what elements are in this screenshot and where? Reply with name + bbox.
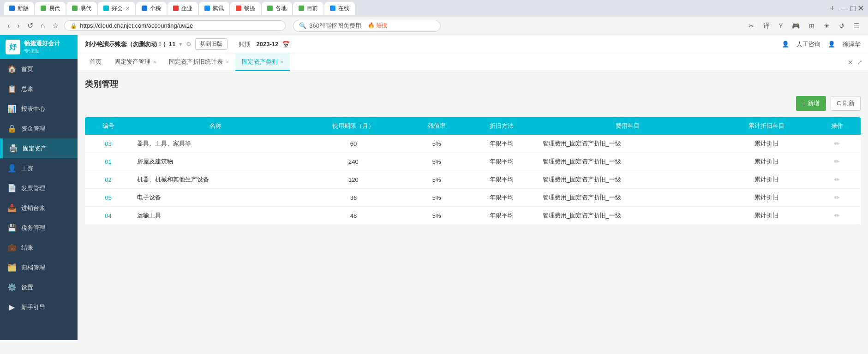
browser-tab-1[interactable]: 新版 (4, 2, 34, 15)
cell-months-1: 240 (300, 153, 407, 171)
user-display-name: 徐泽华 (843, 40, 861, 48)
consult-label[interactable]: 人工咨询 (796, 40, 820, 48)
cell-method-0: 年限平均 (466, 135, 537, 153)
cell-method-2: 年限平均 (466, 171, 537, 189)
sidebar-item-固定资产[interactable]: 🖨️固定资产 (0, 138, 78, 158)
cell-expense-0: 管理费用_固定资产折旧_一级 (537, 135, 719, 153)
table-row: 05 电子设备 36 5% 年限平均 管理费用_固定资产折旧_一级 累计折旧 ✏ (85, 189, 861, 207)
switch-version-btn[interactable]: 切到旧版 (195, 38, 227, 50)
cell-action-1[interactable]: ✏ (814, 153, 861, 171)
calendar-icon[interactable]: 📅 (282, 41, 290, 48)
nav-label-8: 税务管理 (21, 224, 45, 232)
window-expand-icon[interactable]: ⤢ (857, 59, 862, 66)
content-tab-2[interactable]: 固定资产折旧统计表× (162, 54, 235, 71)
sidebar-item-结账[interactable]: 💼结账 (0, 238, 78, 258)
browser-tab-2[interactable]: 易代 (35, 2, 66, 15)
sidebar-item-总账[interactable]: 📋总账 (0, 79, 78, 99)
menu-icon[interactable]: ☰ (851, 20, 862, 31)
sidebar-item-进销台账[interactable]: 📥进销台账 (0, 198, 78, 218)
edit-icon-2[interactable]: ✏ (834, 176, 840, 183)
reload-btn[interactable]: ↺ (25, 19, 35, 32)
sidebar-item-归档管理[interactable]: 🗂️归档管理 (0, 258, 78, 277)
cell-accum-4: 累计折旧 (718, 207, 814, 225)
sidebar-item-资金管理[interactable]: 🔒资金管理 (0, 119, 78, 138)
content-tab-1[interactable]: 固定资产管理× (108, 54, 162, 71)
cell-months-0: 60 (300, 135, 407, 153)
sidebar-item-发票管理[interactable]: 📄发票管理 (0, 178, 78, 198)
back-btn[interactable]: ‹ (6, 20, 12, 32)
tab-label-8: 畅提 (244, 5, 255, 12)
address-text[interactable]: https://cloud.chanjet.com/accounting/uw1… (80, 22, 193, 29)
browser-tab-10[interactable]: 目前 (293, 2, 323, 15)
sidebar-item-新手引导[interactable]: ▶新手引导 (0, 297, 78, 317)
nav-label-6: 发票管理 (21, 184, 45, 192)
star-btn[interactable]: ☆ (50, 19, 60, 32)
browser-tab-4[interactable]: 好会✕ (98, 2, 135, 15)
cell-months-3: 36 (300, 189, 407, 207)
scissors-icon[interactable]: ✂ (746, 20, 757, 31)
edit-icon-4[interactable]: ✏ (834, 212, 840, 219)
edit-icon-0[interactable]: ✏ (834, 140, 840, 147)
browser-tab-7[interactable]: 腾讯 (199, 2, 229, 15)
browser-tab-0[interactable]: 在线 (324, 2, 355, 15)
cell-action-3[interactable]: ✏ (814, 189, 861, 207)
dropdown-arrow[interactable]: ▾ (179, 41, 182, 48)
address-bar: ‹ › ↺ ⌂ ☆ 🔒 https://cloud.chanjet.com/ac… (0, 17, 868, 35)
tab-label-2: 易代 (49, 5, 60, 12)
content-tab-close-2[interactable]: × (226, 59, 228, 65)
sidebar-item-工资[interactable]: 👤工资 (0, 158, 78, 178)
browser-tab-5[interactable]: 个税 (136, 2, 167, 15)
tab-favicon-9 (267, 6, 273, 11)
home-btn[interactable]: ⌂ (39, 20, 47, 32)
col-header-3: 残值率 (407, 117, 466, 135)
translate-icon[interactable]: 译 (760, 20, 772, 32)
refresh-btn[interactable]: C 刷新 (831, 96, 861, 111)
tab-label-0: 在线 (338, 5, 349, 12)
sidebar: 好 畅捷通好会计 专业版 🏠首页📋总账📊报表中心🔒资金管理🖨️固定资产👤工资📄发… (0, 35, 78, 340)
tab-close-4[interactable]: ✕ (126, 6, 130, 12)
consult-icon: 👤 (782, 41, 789, 48)
page-title: 类别管理 (85, 78, 861, 90)
browser-tab-9[interactable]: 各地 (262, 2, 292, 15)
close-window-btn[interactable]: ✕ (857, 3, 864, 13)
cell-accum-3: 累计折旧 (718, 189, 814, 207)
tab-label-9: 各地 (275, 5, 287, 12)
game-icon[interactable]: 🎮 (789, 20, 802, 31)
cell-action-4[interactable]: ✏ (814, 207, 861, 225)
browser-tab-8[interactable]: 畅提 (230, 2, 261, 15)
nav-icon-7: 📥 (7, 204, 17, 212)
user-action-icon[interactable]: ⚙ (186, 41, 192, 48)
sidebar-item-首页[interactable]: 🏠首页 (0, 59, 78, 79)
tab-label-1: 新版 (18, 5, 29, 12)
cell-residual-4: 5% (407, 207, 466, 225)
browser-tab-3[interactable]: 易代 (66, 2, 97, 15)
cell-months-2: 120 (300, 171, 407, 189)
sidebar-item-设置[interactable]: ⚙️设置 (0, 277, 78, 297)
cell-action-0[interactable]: ✏ (814, 135, 861, 153)
browser-tab-6[interactable]: 企业 (168, 2, 198, 15)
maximize-btn[interactable]: □ (850, 4, 856, 13)
new-tab-btn[interactable]: + (830, 4, 835, 13)
wallet-icon[interactable]: ¥ (776, 20, 785, 31)
forward-btn[interactable]: › (15, 20, 21, 32)
content-tab-close-3[interactable]: × (281, 59, 283, 65)
edit-icon-3[interactable]: ✏ (834, 194, 840, 201)
sidebar-item-报表中心[interactable]: 📊报表中心 (0, 99, 78, 119)
nav-icon-4: 🖨️ (9, 144, 18, 153)
cell-action-2[interactable]: ✏ (814, 171, 861, 189)
window-close-icon[interactable]: ✕ (848, 59, 853, 66)
table-row: 02 机器、机械和其他生产设备 120 5% 年限平均 管理费用_固定资产折旧_… (85, 171, 861, 189)
content-tab-3[interactable]: 固定资产类别× (235, 54, 290, 71)
sidebar-item-税务管理[interactable]: 💾税务管理 (0, 218, 78, 238)
sun-icon[interactable]: ☀ (821, 20, 832, 31)
nav-icon-8: 💾 (7, 223, 17, 232)
minimize-btn[interactable]: — (840, 4, 849, 13)
content-tab-close-1[interactable]: × (153, 59, 156, 65)
add-btn[interactable]: + 新增 (796, 96, 826, 111)
grid-icon[interactable]: ⊞ (806, 20, 817, 31)
edit-icon-1[interactable]: ✏ (834, 158, 840, 165)
content-tab-0[interactable]: 首页 (83, 54, 108, 71)
tab-label-6: 企业 (181, 5, 192, 12)
hot-search-label[interactable]: 🔥 热搜 (368, 22, 387, 30)
undo-icon[interactable]: ↺ (836, 20, 847, 31)
